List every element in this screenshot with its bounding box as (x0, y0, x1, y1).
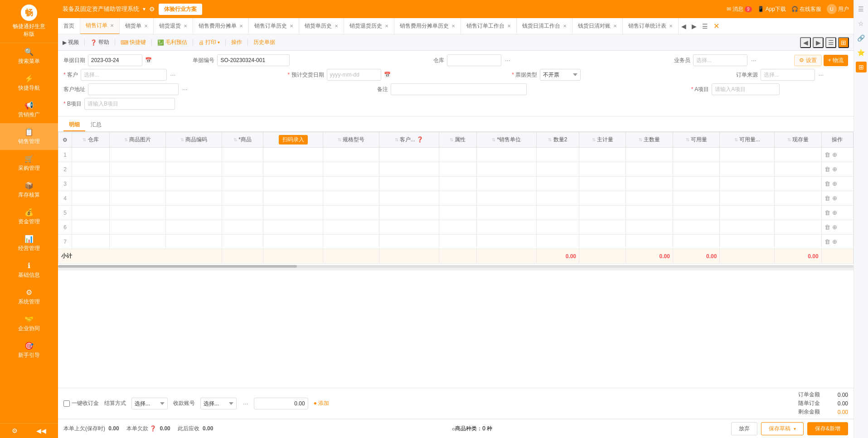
save-draft-dropdown-icon[interactable]: ▾ (794, 426, 796, 431)
row-1-main-qty[interactable] (626, 148, 673, 162)
row-5-attr[interactable] (439, 206, 476, 220)
row-4-copy-btn[interactable]: ⊕ (832, 195, 837, 202)
row-4-warehouse[interactable] (72, 191, 110, 206)
row-6-qty2[interactable] (536, 220, 579, 235)
row-5-main-unit[interactable] (579, 206, 626, 220)
calendar-icon[interactable]: 📅 (145, 57, 152, 63)
messages-btn[interactable]: ✉ 消息 9 (727, 5, 752, 13)
scroll-bar-thumb[interactable] (58, 265, 297, 268)
tab-cash-workbench[interactable]: 钱货日清工作台 ✕ (517, 18, 572, 34)
scan-input-btn[interactable]: 扫码录入 (279, 135, 308, 144)
row-3-customer-code[interactable] (379, 177, 439, 191)
sidebar-item-sales[interactable]: 📋 销售管理 (0, 123, 58, 150)
row-5-copy-btn[interactable]: ⊕ (832, 209, 837, 216)
row-2-main-qty[interactable] (626, 162, 673, 177)
customer-more-btn[interactable]: ··· (170, 71, 176, 78)
tab-sales-order-history[interactable]: 销售订单历史 ✕ (249, 18, 299, 34)
sidebar-item-inventory[interactable]: 📦 库存核算 (0, 177, 58, 203)
tab-sales-return[interactable]: 销货退货 ✕ (154, 18, 193, 34)
toolbar-view-btn[interactable]: ▶ 视频 (63, 39, 79, 46)
sidebar-item-system[interactable]: ⚙ 系统管理 (0, 284, 58, 310)
toolbar-shortcut-btn[interactable]: ⌨ 快捷键 (121, 39, 146, 46)
tab-sales-return-close[interactable]: ✕ (184, 24, 187, 29)
tab-close-all-btn[interactable]: ✕ (711, 18, 722, 34)
row-4-delete-btn[interactable]: 🗑 (824, 195, 830, 202)
row-4-product[interactable] (222, 191, 263, 206)
row-2-customer-code[interactable] (379, 162, 439, 177)
order-source-input[interactable] (761, 69, 815, 81)
row-6-customer-code[interactable] (379, 220, 439, 235)
row-6-delete-btn[interactable]: 🗑 (824, 224, 830, 231)
save-draft-button[interactable]: 保存草稿 ▾ (761, 422, 804, 435)
toolbar-icon-grid[interactable]: ⊞ (838, 37, 849, 48)
save-new-button[interactable]: 保存&新增 (807, 422, 848, 435)
row-2-code[interactable] (165, 162, 222, 177)
tab-sales-order[interactable]: 销售订单 ✕ (80, 18, 120, 34)
sidebar-item-newbie[interactable]: 🎯 新手引导 (0, 337, 58, 364)
tab-home[interactable]: 首页 (58, 18, 80, 34)
row-3-unit[interactable] (476, 177, 536, 191)
salesperson-more-btn[interactable]: ··· (751, 57, 756, 64)
right-panel-star-btn[interactable]: ☆ (856, 18, 867, 29)
row-5-unit[interactable] (476, 206, 536, 220)
notes-input[interactable] (391, 83, 527, 95)
right-panel-link-btn[interactable]: 🔗 (856, 33, 867, 43)
tab-menu-btn[interactable]: ☰ (699, 18, 711, 34)
row-7-qty2[interactable] (536, 235, 579, 249)
customer-input[interactable] (81, 69, 167, 81)
add-goods-btn[interactable]: + 物流 (824, 55, 848, 66)
row-3-spec[interactable] (323, 177, 379, 191)
warehouse-more-btn[interactable]: ··· (505, 57, 510, 64)
row-1-attr[interactable] (439, 148, 476, 162)
row-1-unit[interactable] (476, 148, 536, 162)
app-download-btn[interactable]: 📱 App下载 (757, 5, 786, 13)
row-4-code[interactable] (165, 191, 222, 206)
industry-solution-button[interactable]: 体验行业方案 (159, 4, 202, 15)
row-7-code[interactable] (165, 235, 222, 249)
address-more-btn[interactable]: ··· (182, 86, 188, 93)
row-6-attr[interactable] (439, 220, 476, 235)
tab-sales-order-history-close[interactable]: ✕ (290, 24, 293, 29)
topbar-settings-icon[interactable]: ⚙ (149, 5, 155, 13)
address-input[interactable] (88, 83, 179, 95)
row-4-spec[interactable] (323, 191, 379, 206)
toolbar-icon-list[interactable]: ☰ (825, 37, 836, 48)
row-2-attr[interactable] (439, 162, 476, 177)
row-2-qty2[interactable] (536, 162, 579, 177)
toolbar-profit-btn[interactable]: 💹 毛利预估 (157, 39, 187, 46)
sidebar-collapse-btn[interactable]: ◀◀ (36, 427, 46, 434)
row-1-delete-btn[interactable]: 🗑 (824, 151, 830, 158)
system-dropdown-icon[interactable]: ▾ (143, 6, 145, 12)
toolbar-print-btn[interactable]: 🖨 打印 ▾ (199, 39, 220, 46)
row-5-delete-btn[interactable]: 🗑 (824, 209, 830, 216)
row-4-main-qty[interactable] (626, 191, 673, 206)
settings-btn[interactable]: ⚙ 设置 (794, 55, 821, 66)
row-7-warehouse[interactable] (72, 235, 110, 249)
one-key-checkout-checkbox[interactable] (63, 400, 70, 407)
row-6-product[interactable] (222, 220, 263, 235)
aproject-input[interactable] (712, 83, 780, 95)
sidebar-item-finance[interactable]: 💰 资金管理 (0, 203, 58, 230)
row-3-delete-btn[interactable]: 🗑 (824, 180, 830, 187)
tab-invoice-history-close[interactable]: ✕ (335, 24, 338, 29)
row-1-spec[interactable] (323, 148, 379, 162)
row-5-main-qty[interactable] (626, 206, 673, 220)
tab-prev-btn[interactable]: ◀ (679, 18, 689, 34)
row-5-spec[interactable] (323, 206, 379, 220)
sidebar-item-purchase[interactable]: 🛒 采购管理 (0, 150, 58, 177)
row-7-copy-btn[interactable]: ⊕ (832, 238, 837, 245)
row-4-main-unit[interactable] (579, 191, 626, 206)
sidebar-item-quicknav[interactable]: ⚡ 快捷导航 (0, 70, 58, 96)
receipt-amount-input[interactable] (254, 398, 308, 409)
row-3-qty2[interactable] (536, 177, 579, 191)
bproject-input[interactable] (84, 98, 175, 110)
row-6-main-unit[interactable] (579, 220, 626, 235)
row-2-warehouse[interactable] (72, 162, 110, 177)
row-6-copy-btn[interactable]: ⊕ (832, 224, 837, 231)
right-panel-list-btn[interactable]: ☰ (856, 4, 867, 14)
toolbar-icon-next[interactable]: ▶ (813, 37, 824, 48)
row-5-code[interactable] (165, 206, 222, 220)
row-6-warehouse[interactable] (72, 220, 110, 235)
sidebar-item-marketing[interactable]: 📢 营销推广 (0, 96, 58, 123)
th-scan[interactable]: 扫码录入 (263, 132, 323, 148)
